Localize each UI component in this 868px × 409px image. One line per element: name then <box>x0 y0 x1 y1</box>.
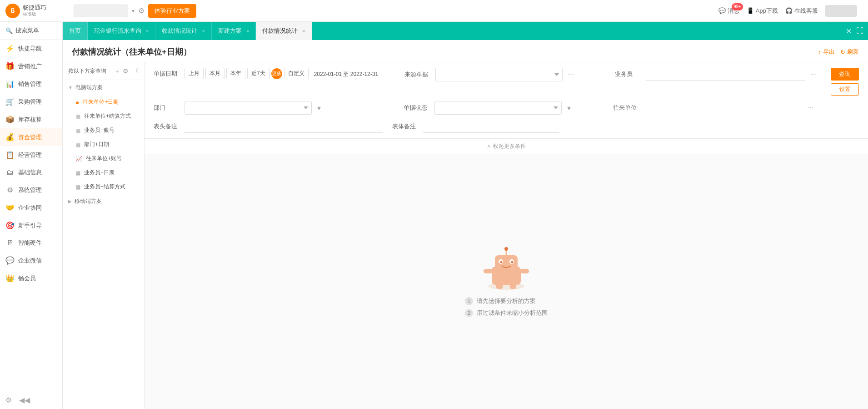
sidebar-label-marketing: 营销推广 <box>18 62 42 71</box>
marketing-icon: 🎁 <box>5 62 15 71</box>
tab-receipts-close[interactable]: × <box>202 28 205 34</box>
source-select[interactable] <box>435 68 563 81</box>
sidebar-item-company-collab[interactable]: 🤝 企业协同 <box>0 199 62 217</box>
messages-item[interactable]: 💬 消息 99+ <box>718 7 739 15</box>
company-chevron-icon[interactable]: ▾ <box>132 8 135 14</box>
sidebar-item-inventory[interactable]: 📦 库存核算 <box>0 111 62 128</box>
date-btn-custom[interactable]: 自定义 <box>284 68 309 79</box>
staff-input-area <box>646 68 805 81</box>
mobile-group-arrow-icon: ▶ <box>68 199 72 204</box>
collapse-scheme-icon[interactable]: 《 <box>132 67 139 75</box>
source-filter-label: 来源单据 <box>404 71 432 79</box>
date-btn-last-month[interactable]: 上月 <box>185 68 204 79</box>
app-name: 畅捷通巧 <box>23 4 46 11</box>
scheme-unit-account-icon: 📈 <box>75 156 82 162</box>
scheme-mobile-group: ▶ 移动端方案 <box>63 194 144 209</box>
filter-table-body-note-col: 表体备注 <box>392 120 813 133</box>
tab-new-scheme[interactable]: 新建方案 × <box>212 22 256 40</box>
sidebar-item-basic[interactable]: 🗂 基础信息 <box>0 164 62 181</box>
svg-rect-10 <box>520 269 529 273</box>
tab-cash-bank[interactable]: 现金银行流水查询 × <box>88 22 155 40</box>
sidebar: 🔍 搜索菜单 ⚡ 快捷导航 🎁 营销推广 📊 销售管理 🛒 采购管理 📦 库存核… <box>0 22 63 409</box>
docstatus-filter-label: 单据状态 <box>404 104 431 112</box>
counterpart-more-icon[interactable]: ··· <box>808 104 813 112</box>
operation-icon: 📋 <box>5 151 15 159</box>
tab-home[interactable]: 首页 <box>63 22 88 40</box>
collapse-sidebar-icon[interactable]: ◀◀ <box>19 396 30 404</box>
query-button[interactable]: 查询 <box>831 68 859 81</box>
date-btn-this-month[interactable]: 本月 <box>205 68 224 79</box>
staff-more-icon[interactable]: ··· <box>810 70 816 78</box>
filter-source-col: 来源单据 ··· <box>404 68 606 81</box>
dept-select[interactable] <box>185 101 312 115</box>
export-button[interactable]: ↑ 导出 <box>818 48 835 56</box>
sidebar-search[interactable]: 🔍 搜索菜单 <box>0 22 62 40</box>
tab-close-all-icon[interactable]: ✕ <box>846 27 852 35</box>
tab-expand-icon[interactable]: ⛶ <box>856 27 863 35</box>
docstatus-select[interactable] <box>434 101 562 115</box>
tab-cash-bank-close[interactable]: × <box>146 28 149 34</box>
settings-icon[interactable]: ⚙ <box>138 6 145 15</box>
scheme-item-staff-date[interactable]: ▦ 业务员+日期 <box>63 166 144 180</box>
scheme-item-staff-account[interactable]: ▦ 业务员+账号 <box>63 123 144 137</box>
header-right: 💬 消息 99+ 📱 App下载 🎧 在线客服 <box>718 5 863 17</box>
scheme-item-dept-date[interactable]: ▦ 部门+日期 <box>63 137 144 151</box>
download-icon: 📱 <box>747 7 754 14</box>
tab-receipts[interactable]: 收款情况统计 × <box>155 22 211 40</box>
tab-payment-stats-close[interactable]: × <box>302 28 305 34</box>
scheme-settings-icon[interactable]: ⚙ <box>123 67 129 75</box>
date-btn-this-year[interactable]: 本年 <box>226 68 245 79</box>
date-btn-last-7[interactable]: 近7天 <box>247 68 269 79</box>
sidebar-item-guide[interactable]: 🎯 新手引导 <box>0 217 62 234</box>
source-more-icon[interactable]: ··· <box>568 71 574 79</box>
collapse-bar[interactable]: ∧ 收起更多条件 <box>145 139 868 154</box>
table-header-note-input[interactable] <box>185 120 383 133</box>
sidebar-item-smart-hw[interactable]: 🖥 智能硬件 <box>0 234 62 252</box>
date-btn-more[interactable]: 更多 <box>271 68 282 79</box>
sidebar-item-quick-nav[interactable]: ⚡ 快捷导航 <box>0 40 62 57</box>
date-range-display: 2022-01-01 至 2022-12-31 <box>314 71 378 78</box>
scheme-item-unit-settle[interactable]: ▦ 往来单位+结算方式 <box>63 109 144 123</box>
tab-new-scheme-close[interactable]: × <box>246 28 249 34</box>
filter-staff-col: 业务员 ··· <box>615 68 816 81</box>
refresh-button[interactable]: ↻ 刷新 <box>840 48 859 56</box>
scheme-desktop-group-title[interactable]: ▼ 电脑端方案 <box>63 80 144 95</box>
dept-more-icon[interactable]: ▾ <box>317 104 321 112</box>
trial-button[interactable]: 体验行业方案 <box>148 4 196 18</box>
filter-table-header-note-col: 表头备注 <box>154 120 383 133</box>
sidebar-item-finance[interactable]: 💰 资金管理 <box>0 128 62 146</box>
sidebar-item-system[interactable]: ⚙ 系统管理 <box>0 181 62 199</box>
scheme-item-unit-date[interactable]: ● 往来单位+日期 <box>63 95 144 109</box>
sidebar-item-purchase[interactable]: 🛒 采购管理 <box>0 93 62 111</box>
filter-settings-button[interactable]: 设置 <box>831 83 859 96</box>
header-mid: ▾ ⚙ 体验行业方案 <box>68 4 718 18</box>
tab-payment-stats[interactable]: 付款情况统计 × <box>256 22 312 40</box>
docstatus-more-icon[interactable]: ▾ <box>567 104 571 112</box>
sidebar-item-membership[interactable]: 👑 畅会员 <box>0 269 62 287</box>
sidebar-label-guide: 新手引导 <box>18 222 42 230</box>
online-service-item[interactable]: 🎧 在线客服 <box>785 7 818 15</box>
app-download-item[interactable]: 📱 App下载 <box>747 7 778 15</box>
dept-select-wrapper <box>185 101 312 115</box>
filter-counterpart-col: 往来单位 ··· <box>613 101 813 114</box>
sidebar-item-marketing[interactable]: 🎁 营销推广 <box>0 57 62 75</box>
tab-bar: 首页 现金银行流水查询 × 收款情况统计 × 新建方案 × 付款情况统计 × ✕… <box>63 22 868 40</box>
wechat-icon: 💬 <box>5 256 15 265</box>
scheme-item-staff-settle[interactable]: ▦ 业务员+结算方式 <box>63 180 144 194</box>
right-filter-actions: 查询 设置 <box>825 68 859 96</box>
scheme-item-unit-account[interactable]: 📈 往来单位+账号 <box>63 151 144 166</box>
scheme-mobile-group-title[interactable]: ▶ 移动端方案 <box>63 194 144 209</box>
table-body-note-input[interactable] <box>423 120 559 133</box>
scheme-dept-date-icon: ▦ <box>75 141 80 148</box>
company-selector[interactable] <box>74 5 128 17</box>
scheme-staff-date-icon: ▦ <box>75 170 80 176</box>
add-scheme-icon[interactable]: + <box>115 67 119 75</box>
sidebar-item-wechat[interactable]: 💬 企业微信 <box>0 252 62 269</box>
sidebar-item-sales[interactable]: 📊 销售管理 <box>0 75 62 93</box>
avatar[interactable] <box>825 5 857 17</box>
sidebar-item-operation[interactable]: 📋 经营管理 <box>0 146 62 164</box>
sidebar-label-membership: 畅会员 <box>18 274 36 283</box>
search-icon: 🔍 <box>5 27 13 34</box>
sidebar-bottom: ⚙ ◀◀ <box>0 391 62 409</box>
settings-bottom-icon[interactable]: ⚙ <box>5 396 12 404</box>
